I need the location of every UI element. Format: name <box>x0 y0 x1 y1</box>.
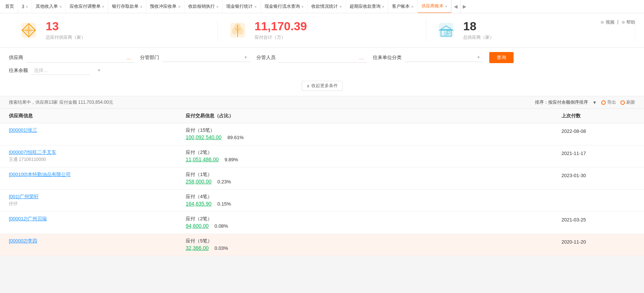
nav-close-other-income[interactable]: × <box>59 4 62 9</box>
nav-close-cash-bank-stat[interactable]: × <box>254 4 256 9</box>
supplier-link-1[interactable]: [000001]张三 <box>9 127 186 134</box>
dept-field: 分管部门 ▼ <box>140 53 251 62</box>
tx-row-1: 100,092,540.00 89.61% <box>186 134 561 140</box>
supplier-col-3: [000100]本特勤油品有限公司 <box>9 171 186 178</box>
help-link[interactable]: ⊙ 帮助 <box>622 19 635 25</box>
tx-info-4: 应付（4笔） 164,635.90 0.15% <box>186 193 561 207</box>
person-input[interactable] <box>281 55 359 60</box>
nav-customer-account[interactable]: 客户账本 × <box>388 0 417 13</box>
nav-collection[interactable]: 收款核销执行 × <box>185 0 223 13</box>
nav-close-supplier-account[interactable]: × <box>445 4 447 8</box>
supplier-link-3[interactable]: [000100]本特勤油品有限公司 <box>9 171 186 178</box>
tx-row-6: 32,366.00 0.03% <box>186 245 561 251</box>
sort-label[interactable]: 排序：按应付余额倒序排序 <box>535 99 588 106</box>
nav-close-cash-flow[interactable]: × <box>301 4 304 9</box>
supplier-contact-2: 王通 17106110000 <box>9 156 186 163</box>
nav-close-prepay[interactable]: × <box>178 4 180 9</box>
nav-tab-3[interactable]: 3 × <box>18 0 32 13</box>
supplier-input[interactable] <box>29 55 126 60</box>
collapse-chevron: ∧ <box>307 83 310 89</box>
category-input[interactable] <box>407 55 475 60</box>
nav-close-customer-account[interactable]: × <box>411 4 413 9</box>
nav-cash-flow[interactable]: 现金银行流水查询 × <box>261 0 308 13</box>
tx-info-3: 应付（1笔） 258,000.00 0.23% <box>186 171 561 185</box>
nav-supplier-account[interactable]: 供应商账本 × <box>418 0 451 13</box>
person-label: 分管人员 <box>256 54 276 61</box>
ap-amount-num: 11,170.39 <box>255 20 307 33</box>
result-actions: 排序：按应付余额倒序排序 ▼ 导出 刷新 <box>535 99 635 106</box>
dept-input-wrapper: ▼ <box>162 53 251 62</box>
tx-label-1: 应付（15笔） <box>186 127 561 134</box>
nav-bank-deposit[interactable]: 银行存取款单 × <box>108 0 146 13</box>
export-label[interactable]: 导出 <box>607 99 616 106</box>
summary-card-ap-suppliers: 13 总应付供应商（家） <box>9 19 218 41</box>
nav-receipt-stat[interactable]: 收款情况统计 × <box>308 0 346 13</box>
lastpay-col-5: 2021-03-25 <box>561 216 635 223</box>
supplier-link-4[interactable]: [001]广州荣轩 <box>9 193 186 200</box>
last-pay-5: 2021-03-25 <box>561 216 635 223</box>
collapse-label: 收起更多条件 <box>311 83 338 89</box>
category-arrow[interactable]: ▼ <box>477 55 480 59</box>
nav-close-ap-adjust[interactable]: × <box>102 4 104 9</box>
refresh-label[interactable]: 刷新 <box>626 99 635 106</box>
tx-percent-1: 89.61% <box>227 135 244 140</box>
lastpay-col-6: 2020-11-20 <box>561 238 635 245</box>
summary-area: 13 总应付供应商（家） 11,170.39 应付合计（万） <box>0 13 644 48</box>
supplier-link-5[interactable]: [000012]广州贝瑞 <box>9 216 186 222</box>
export-button[interactable]: 导出 <box>601 99 616 106</box>
nav-home[interactable]: 首页 <box>1 0 18 13</box>
tx-amount-1[interactable]: 100,092,540.00 <box>186 134 221 140</box>
nav-close-collection[interactable]: × <box>216 4 218 9</box>
tx-amount-2[interactable]: 11,051,486.00 <box>186 156 219 162</box>
nav-prev-arrow[interactable]: ◀ <box>451 0 460 13</box>
supplier-col-1: [000001]张三 <box>9 127 186 134</box>
nav-close-3[interactable]: × <box>26 4 28 9</box>
tx-amount-3[interactable]: 258,000.00 <box>186 179 211 185</box>
nav-close-bank-deposit[interactable]: × <box>140 4 142 9</box>
nav-close-overdue-ar[interactable]: × <box>382 4 384 9</box>
tx-col-3: 应付（1笔） 258,000.00 0.23% <box>186 171 561 185</box>
tx-amount-6[interactable]: 32,366.00 <box>186 245 209 251</box>
tx-amount-4[interactable]: 164,635.90 <box>186 201 211 207</box>
supplier-link-6[interactable]: [000002]李四 <box>9 238 186 244</box>
wheat-icon <box>227 19 249 41</box>
video-link[interactable]: ⊙ 视频 <box>601 19 614 25</box>
total-suppliers-label: 总供应商（家） <box>463 34 494 41</box>
balance-arrow[interactable]: ▼ <box>97 68 101 72</box>
header-transaction: 应付交易信息（占比） <box>186 113 561 119</box>
last-pay-3: 2023-01-30 <box>561 171 635 178</box>
tx-row-2: 11,051,486.00 9.89% <box>186 156 561 162</box>
dept-label: 分管部门 <box>140 54 159 61</box>
tx-info-1: 应付（15笔） 100,092,540.00 89.61% <box>186 127 561 140</box>
last-pay-1: 2022-08-08 <box>561 127 635 134</box>
lastpay-col-1: 2022-08-08 <box>561 127 635 134</box>
nav-close-receipt-stat[interactable]: × <box>339 4 342 9</box>
dept-arrow[interactable]: ▼ <box>244 55 248 59</box>
diamond-icon <box>18 19 40 41</box>
balance-input[interactable] <box>34 68 96 73</box>
query-button[interactable]: 查询 <box>489 52 514 63</box>
summary-total-suppliers-text: 18 总供应商（家） <box>463 20 494 41</box>
result-bar: 搜索结果中，供应商13家 应付金额 111,703,854.00元 排序：按应付… <box>0 96 644 109</box>
tx-amount-5[interactable]: 94,600.00 <box>186 223 209 229</box>
collapse-button[interactable]: ∧ 收起更多条件 <box>302 81 343 91</box>
supplier-ellipsis[interactable]: ... <box>126 54 131 61</box>
header-supplier: 供应商信息 <box>9 113 186 119</box>
summary-ap-amount-text: 11,170.39 应付合计（万） <box>255 20 307 41</box>
nav-overdue-ar[interactable]: 超期应收款查询 × <box>346 0 388 13</box>
nav-next-arrow[interactable]: ▶ <box>460 0 469 13</box>
last-pay-4 <box>561 193 635 195</box>
supplier-col-2: [000007]恒旺二手叉车 王通 17106110000 <box>9 149 186 163</box>
nav-ap-adjust[interactable]: 应收应付调整单 × <box>66 0 108 13</box>
dept-input[interactable] <box>165 55 242 60</box>
nav-cash-bank-stat[interactable]: 现金银行统计 × <box>223 0 260 13</box>
tx-label-2: 应付（2笔） <box>186 149 561 156</box>
nav-other-income[interactable]: 其他收入单 × <box>32 0 66 13</box>
nav-prepay[interactable]: 预收冲应收单 × <box>146 0 184 13</box>
refresh-button[interactable]: 刷新 <box>620 99 635 106</box>
person-ellipsis[interactable]: ... <box>359 54 364 61</box>
last-pay-6: 2020-11-20 <box>561 238 635 245</box>
tx-info-6: 应付（5笔） 32,366.00 0.03% <box>186 238 561 251</box>
tx-row-4: 164,635.90 0.15% <box>186 201 561 207</box>
supplier-link-2[interactable]: [000007]恒旺二手叉车 <box>9 149 186 156</box>
